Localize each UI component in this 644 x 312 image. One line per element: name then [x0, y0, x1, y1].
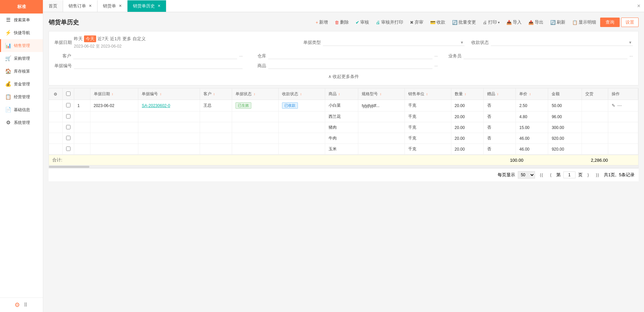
scroll-thumb[interactable]	[49, 166, 89, 168]
audit-button[interactable]: ✔ 审核	[353, 18, 372, 27]
th-qty[interactable]: 数量 ↕	[451, 88, 483, 100]
shortcut-yesterday[interactable]: 昨天	[74, 36, 83, 42]
shortcut-today[interactable]: 今天	[84, 35, 96, 42]
th-status[interactable]: 单据状态 ↕	[232, 88, 279, 100]
th-gift[interactable]: 赠品 ↕	[483, 88, 516, 100]
th-spec[interactable]: 规格型号 ↕	[358, 88, 405, 100]
row-checkbox[interactable]	[66, 136, 71, 140]
td-action[interactable]	[608, 133, 638, 144]
td-status[interactable]: 已生效	[232, 100, 279, 111]
th-customer[interactable]: 客户 ↕	[200, 88, 232, 100]
td-pay-status[interactable]: 已收款	[279, 100, 325, 111]
collapse-button[interactable]: ∧ 收起更多条件	[54, 72, 633, 81]
sidebar-settings-icon[interactable]: ⚙	[15, 301, 20, 309]
td-no: SA-20230602-0	[138, 100, 200, 111]
tab-sales-bill[interactable]: 销货单 ✕	[97, 0, 128, 12]
bill-type-select[interactable]: ▾	[323, 39, 465, 46]
batch-change-button[interactable]: 🔄 批量变更	[449, 18, 479, 27]
shortcut-7days[interactable]: 近7天	[97, 36, 109, 42]
page-number-input[interactable]	[563, 172, 576, 178]
sidebar-item-basic-info[interactable]: 📄 基础信息	[0, 103, 43, 116]
row-checkbox[interactable]	[66, 114, 71, 119]
sidebar-item-fund-mgmt[interactable]: 💰 资金管理	[0, 78, 43, 90]
td-status[interactable]	[232, 144, 279, 155]
td-pay-status[interactable]	[279, 122, 325, 133]
th-settings[interactable]: ⚙	[49, 88, 62, 100]
th-checkbox[interactable]	[62, 88, 74, 100]
row-checkbox[interactable]	[66, 103, 71, 107]
query-button[interactable]: 查询	[600, 18, 620, 27]
shortcut-custom[interactable]: 自定义	[133, 36, 146, 42]
td-status[interactable]	[232, 133, 279, 144]
tab-sales-order[interactable]: 销售订单 ✕	[63, 0, 97, 12]
th-goods[interactable]: 商品 ↕	[325, 88, 358, 100]
delete-button[interactable]: 🗑 删除	[332, 18, 352, 27]
sidebar-item-sales-mgmt[interactable]: 📊 销售管理	[0, 39, 43, 52]
abandon-button[interactable]: ✖ 弃审	[407, 18, 426, 27]
customer-input[interactable]	[73, 53, 237, 59]
print-button[interactable]: 🖨 打印 ▾	[480, 18, 502, 27]
tab-bar-close[interactable]: ✕	[634, 3, 644, 8]
prev-page-button[interactable]: ⟨	[548, 172, 554, 178]
settings-button[interactable]: 设置	[621, 18, 639, 27]
last-page-button[interactable]: ⟩⟩	[594, 172, 601, 178]
sidebar-item-ops-mgmt[interactable]: 📋 经营管理	[0, 90, 43, 103]
td-pay-status[interactable]	[279, 133, 325, 144]
th-no[interactable]: 单据编号 ↕	[138, 88, 200, 100]
row-checkbox[interactable]	[66, 125, 71, 129]
warehouse-ellipsis[interactable]: ···	[435, 54, 438, 58]
tab-sales-history-close[interactable]: ✕	[158, 4, 161, 8]
th-date[interactable]: 单据日期 ↕	[90, 88, 138, 100]
sidebar-item-sys-mgmt[interactable]: ⚙ 系统管理	[0, 116, 43, 129]
sidebar-pause-icon[interactable]: ⏸	[23, 301, 29, 309]
page-size-select[interactable]: 50 20 100	[518, 171, 535, 179]
td-action[interactable]	[608, 122, 638, 133]
sidebar-item-quick-nav[interactable]: ⚡ 快捷导航	[0, 26, 43, 39]
salesperson-input[interactable]	[464, 53, 627, 59]
th-pay-status[interactable]: 收款状态 ↕	[279, 88, 325, 100]
customer-ellipsis[interactable]: ···	[239, 54, 243, 58]
td-pay-status[interactable]	[279, 111, 325, 122]
goods-ellipsis[interactable]: ···	[435, 63, 438, 68]
more-icon[interactable]: ⋯	[617, 103, 622, 108]
add-button[interactable]: + 新增	[313, 18, 331, 27]
td-status[interactable]	[232, 111, 279, 122]
sidebar-item-inventory[interactable]: 🏠 库存核算	[0, 65, 43, 78]
shortcut-more[interactable]: 更多	[122, 36, 131, 42]
horizontal-scrollbar[interactable]	[49, 165, 638, 168]
refresh-button[interactable]: 🔄 刷新	[548, 18, 568, 27]
first-page-button[interactable]: ⟨⟨	[538, 172, 545, 178]
goods-input[interactable]	[268, 62, 432, 69]
tab-sales-bill-close[interactable]: ✕	[119, 4, 122, 8]
edit-icon[interactable]: ✎	[612, 103, 615, 108]
td-pay-status[interactable]	[279, 144, 325, 155]
sidebar-item-search-menu[interactable]: ☰ 搜索菜单	[0, 14, 43, 26]
next-page-button[interactable]: ⟩	[585, 172, 591, 178]
th-action: 操作	[608, 88, 638, 100]
pay-status-arrow: ▾	[629, 40, 632, 45]
td-action[interactable]	[608, 144, 638, 155]
bill-no-input[interactable]	[74, 62, 243, 69]
select-all-checkbox[interactable]	[66, 92, 71, 96]
row-checkbox[interactable]	[66, 147, 71, 151]
sidebar-item-purchase-mgmt[interactable]: 🛒 采购管理	[0, 52, 43, 65]
bill-no-link[interactable]: SA-20230602-0	[142, 103, 170, 108]
td-action[interactable]	[608, 111, 638, 122]
shortcut-1month[interactable]: 近1月	[110, 36, 121, 42]
audit-print-button[interactable]: 🖨 审核并打印	[373, 18, 406, 27]
warehouse-input[interactable]	[268, 53, 432, 59]
tab-home[interactable]: 首页	[43, 0, 63, 12]
salesperson-ellipsis[interactable]: ···	[629, 54, 633, 58]
pay-status-select[interactable]: ▾	[491, 39, 633, 46]
show-detail-button[interactable]: 📋 显示明细	[569, 18, 599, 27]
td-spec: tyjyjtyjdf...	[358, 100, 405, 111]
td-status[interactable]	[232, 122, 279, 133]
export-button[interactable]: 📤 导出	[526, 18, 546, 27]
th-unit[interactable]: 销售单位 ↕	[405, 88, 451, 100]
collect-button[interactable]: 💳 收款	[427, 18, 448, 27]
tab-sales-history[interactable]: 销货单历史 ✕	[128, 0, 166, 12]
th-price[interactable]: 单价 ↕	[516, 88, 548, 100]
td-action[interactable]: ✎ ⋯	[608, 100, 638, 111]
import-button[interactable]: 📥 导入	[504, 18, 524, 27]
tab-sales-order-close[interactable]: ✕	[89, 4, 92, 8]
